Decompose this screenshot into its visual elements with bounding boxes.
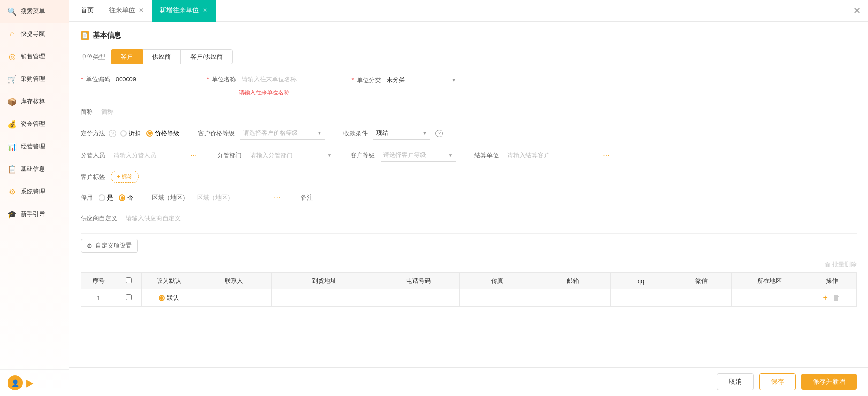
- save-button[interactable]: 保存: [759, 373, 796, 390]
- supplier-custom-input[interactable]: [123, 213, 264, 224]
- row-actions: + 🗑: [807, 289, 856, 307]
- customer-level-chevron: ▼: [448, 153, 453, 158]
- row-add-button[interactable]: +: [821, 293, 829, 303]
- settlement-unit-label: 结算单位: [474, 151, 499, 160]
- remarks-input[interactable]: [319, 192, 412, 203]
- settlement-unit-field: 结算单位 ···: [474, 150, 611, 161]
- sidebar-item-purchase[interactable]: 🛒 采购管理: [0, 68, 69, 90]
- sidebar-item-quick-nav[interactable]: ⌂ 快捷导航: [0, 23, 69, 45]
- row-checkbox-input[interactable]: [126, 294, 132, 300]
- row-contact-input[interactable]: [215, 292, 252, 303]
- unit-name-input[interactable]: [239, 74, 333, 85]
- customer-tag-label: 客户标签: [81, 173, 105, 181]
- row-contact: [196, 289, 272, 307]
- sidebar-item-search[interactable]: 🔍 搜索菜单: [0, 0, 69, 23]
- guide-icon: 🎓: [8, 210, 17, 219]
- row-email-input[interactable]: [554, 292, 592, 303]
- custom-settings-button[interactable]: ⚙ 自定义项设置: [81, 239, 138, 253]
- row-phone-input[interactable]: [397, 292, 440, 303]
- customer-price-level-field: 客户价格等级 请选择客户价格等级 ▼: [198, 127, 325, 140]
- row-address-input[interactable]: [296, 292, 352, 303]
- unit-name-field: * 单位名称 请输入往来单位名称: [207, 74, 333, 97]
- system-icon: ⚙: [8, 187, 17, 196]
- row-fax-input[interactable]: [479, 292, 516, 303]
- footer: 取消 保存 保存并新增: [69, 367, 868, 396]
- settlement-unit-dots-btn[interactable]: ···: [601, 151, 611, 160]
- inventory-icon: 📦: [8, 97, 17, 106]
- pricing-help-icon[interactable]: ?: [109, 130, 116, 137]
- contact-table: 序号 设为默认 联系人 到货地址 电话号码 传真 邮箱 qq 微信 所在地区 操…: [81, 272, 857, 307]
- tab-new-partner-close[interactable]: ✕: [202, 6, 208, 15]
- batch-delete-area[interactable]: 🗑 批量删除: [81, 260, 857, 269]
- window-close-button[interactable]: ✕: [850, 6, 864, 16]
- unit-code-input[interactable]: [113, 74, 188, 85]
- sidebar-item-sales[interactable]: ◎ 销售管理: [0, 45, 69, 68]
- unit-type-customer[interactable]: 客户: [111, 49, 143, 64]
- tab-partners[interactable]: 往来单位 ✕: [101, 0, 152, 22]
- unit-category-chevron: ▼: [451, 78, 456, 83]
- disabled-no-radio[interactable]: 否: [119, 194, 133, 202]
- row-fax: [460, 289, 535, 307]
- row-wechat-input[interactable]: [687, 292, 716, 303]
- cancel-button[interactable]: 取消: [717, 373, 754, 390]
- tab-partners-close[interactable]: ✕: [138, 6, 145, 15]
- row-qq-input[interactable]: [627, 292, 655, 303]
- pricing-radio-group: 折扣 价格等级: [120, 129, 179, 138]
- customer-level-label: 客户等级: [350, 151, 375, 160]
- payment-terms-help-icon[interactable]: ?: [435, 130, 443, 137]
- row-wechat: [671, 289, 732, 307]
- payment-terms-select[interactable]: 现结 ▼: [373, 127, 430, 140]
- unit-category-field: * 单位分类 未分类 ▼: [351, 74, 459, 86]
- row-delete-button[interactable]: 🗑: [831, 293, 842, 303]
- row-default-radio[interactable]: [159, 295, 165, 301]
- pricing-discount-radio[interactable]: 折扣: [120, 129, 141, 138]
- home-icon: ⌂: [8, 29, 17, 39]
- unit-type-both[interactable]: 客户/供应商: [181, 49, 233, 64]
- settlement-unit-input[interactable]: [504, 150, 598, 161]
- sidebar-item-inventory[interactable]: 📦 库存核算: [0, 90, 69, 113]
- add-tag-button[interactable]: + 标签: [111, 171, 139, 183]
- select-all-checkbox[interactable]: [126, 277, 132, 283]
- unit-category-select[interactable]: 未分类 ▼: [384, 74, 459, 86]
- sidebar-item-base-info[interactable]: 📋 基础信息: [0, 158, 69, 180]
- sidebar-item-finance[interactable]: 💰 资金管理: [0, 113, 69, 135]
- customer-price-level-select[interactable]: 请选择客户价格等级 ▼: [240, 127, 325, 140]
- disabled-yes-radio[interactable]: 是: [99, 194, 113, 202]
- pricing-method-label: 定价方法: [81, 129, 105, 138]
- short-name-label: 简称: [81, 108, 93, 116]
- department-label: 分管部门: [217, 151, 242, 160]
- save-and-new-button[interactable]: 保存并新增: [801, 374, 857, 390]
- tab-home[interactable]: 首页: [73, 0, 101, 22]
- customer-level-select[interactable]: 请选择客户等级 ▼: [381, 149, 456, 162]
- col-checkbox: [116, 273, 141, 289]
- col-region: 所在地区: [732, 273, 807, 289]
- col-default: 设为默认: [141, 273, 196, 289]
- unit-type-label: 单位类型: [81, 53, 105, 61]
- payment-terms-chevron: ▼: [422, 131, 427, 136]
- row-customer-tag: 客户标签 + 标签: [81, 171, 857, 183]
- pricing-level-radio[interactable]: 价格等级: [146, 129, 179, 138]
- region-dots-btn[interactable]: ···: [272, 194, 282, 202]
- region-input[interactable]: [194, 192, 269, 203]
- sidebar-item-system[interactable]: ⚙ 系统管理: [0, 180, 69, 203]
- tab-new-partner[interactable]: 新增往来单位 ✕: [152, 0, 216, 22]
- department-input[interactable]: [247, 150, 322, 161]
- unit-category-label: * 单位分类: [351, 76, 381, 85]
- unit-code-field: * 单位编码: [81, 74, 188, 85]
- sidebar-item-operations[interactable]: 📊 经营管理: [0, 135, 69, 158]
- row-supplier-custom: 供应商自定义: [81, 213, 857, 224]
- tab-bar: 首页 往来单位 ✕ 新增往来单位 ✕ ✕: [69, 0, 868, 22]
- short-name-field: 简称: [81, 106, 192, 117]
- row-address: [272, 289, 377, 307]
- row-no: 1: [81, 289, 116, 307]
- row-disabled-region: 停用 是 否 区域（地区） ···: [81, 192, 857, 203]
- manager-input[interactable]: [111, 150, 186, 161]
- row-region-input[interactable]: [751, 292, 788, 303]
- sidebar-item-new-guide[interactable]: 🎓 新手引导: [0, 203, 69, 225]
- manager-dots-btn[interactable]: ···: [189, 151, 198, 160]
- remarks-field: 备注: [301, 192, 412, 203]
- section-title-icon: 📄: [81, 31, 89, 40]
- pricing-discount-circle: [120, 130, 127, 137]
- unit-type-supplier[interactable]: 供应商: [143, 49, 181, 64]
- short-name-input[interactable]: [99, 106, 192, 117]
